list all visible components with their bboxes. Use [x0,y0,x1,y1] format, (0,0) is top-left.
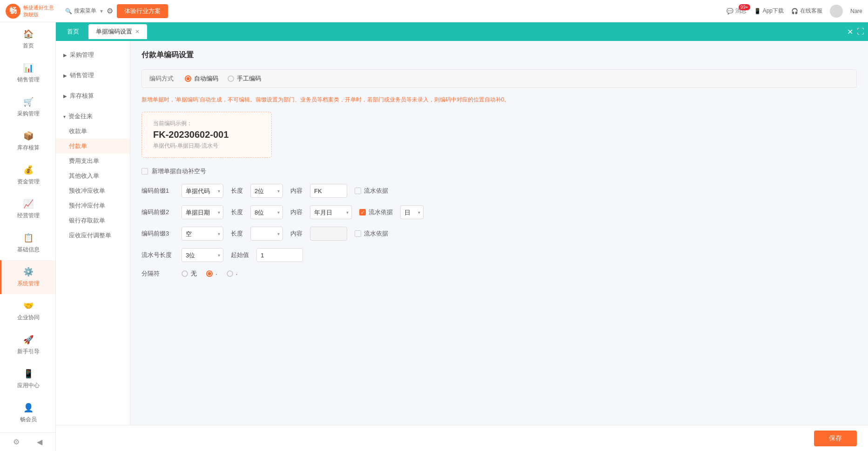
auto-code-radio[interactable]: 自动编码 [185,74,218,83]
sub-menu-item-adjust[interactable]: 应收应付调整单 [56,228,130,243]
chevron-right-icon: ▶ [63,53,67,58]
stream3-checkbox[interactable] [355,230,361,237]
sidebar-item-collab[interactable]: 🤝 企业协同 [0,294,55,328]
content3-input[interactable] [310,227,347,241]
sidebar-item-home[interactable]: 🏠 首页 [0,22,55,56]
collapse-icon[interactable]: ◀ [37,438,42,446]
logo-icon: 畅 [6,4,20,19]
length3-select-wrapper [250,227,283,241]
sub-menu-item-bank[interactable]: 银行存取款单 [56,213,130,228]
app-download-button[interactable]: 📱 App下载 [754,7,784,15]
sidebar-item-finance[interactable]: 💰 资金管理 [0,158,55,192]
tab-close-icon[interactable]: ✕ [135,28,140,35]
separator-dot2-radio[interactable]: · [227,270,238,277]
trial-button[interactable]: 体验行业方案 [117,4,168,18]
online-service-button[interactable]: 🎧 在线客服 [791,7,822,15]
sidebar-item-inventory[interactable]: 📦 库存核算 [0,124,55,158]
code-example-value: FK-20230602-001 [153,129,260,140]
sub-menu-header-inventory[interactable]: ▶ 库存核算 [56,88,130,103]
prefix1-select[interactable]: 单据代码 [182,184,223,198]
tab-fullscreen-button[interactable]: ⛶ [857,27,864,36]
config-row-3: 编码前缀3 空 长度 内容 [141,227,857,241]
auto-fill-checkbox[interactable] [141,168,148,175]
auto-code-radio-icon [185,75,191,82]
tab-settings[interactable]: 单据编码设置 ✕ [88,24,147,39]
logo-text: 畅捷通好生意 旗舰版 [23,4,54,18]
sub-menu-item-pre-receive[interactable]: 预收冲应收单 [56,183,130,198]
length3-select[interactable] [250,227,283,241]
content1-input[interactable] [310,184,347,198]
sidebar: 🏠 首页 📊 销售管理 🛒 采购管理 📦 库存核算 💰 资金管理 📈 经营管理 … [0,22,56,451]
main-panel: 付款单编码设置 编码方式 自动编码 手工编码 [130,41,868,425]
prefix2-select[interactable]: 单据日期 [182,205,223,219]
collab-icon: 🤝 [23,301,34,311]
sub-menu-item-expense[interactable]: 费用支出单 [56,154,130,168]
stream1-checkbox[interactable] [355,188,361,194]
settings-icon[interactable]: ⚙ [13,438,20,446]
gear-icon[interactable]: ⚙ [107,7,113,15]
content2-label: 内容 [290,208,303,216]
prefix2-select-wrapper: 单据日期 [182,205,223,219]
serial-length-select[interactable]: 3位 [182,248,223,262]
sub-menu-item-payment[interactable]: 付款单 [56,139,130,154]
sidebar-item-basic[interactable]: 📋 基础信息 [0,226,55,260]
stream2-period-select[interactable]: 日 [400,205,424,219]
page-title: 付款单编码设置 [141,50,857,60]
message-button[interactable]: 💬 消息 99+ [727,7,747,15]
code-example-label: 当前编码示例： [153,120,260,128]
sidebar-item-operation[interactable]: 📈 经营管理 [0,192,55,226]
tabbar: 首页 单据编码设置 ✕ ✕ ⛶ [56,22,868,41]
stream2-checkbox-row: 流水依据 [359,208,393,216]
length2-select[interactable]: 8位 [250,205,283,219]
search-menu-button[interactable]: 🔍 搜索菜单 [65,7,96,15]
sidebar-item-member[interactable]: 👤 畅会员 [0,396,55,430]
separator-none-radio[interactable]: 无 [182,269,197,278]
sub-menu-item-other-income[interactable]: 其他收入单 [56,168,130,183]
start-value-input[interactable] [256,248,303,262]
sub-menu-header-finance[interactable]: ▾ 资金往来 [56,109,130,124]
config-section: 编码前缀1 单据代码 长度 2位 内容 [141,184,857,241]
serial-row: 流水号长度 3位 起始值 [141,248,857,262]
tab-home[interactable]: 首页 [60,24,87,39]
stream2-checkbox[interactable] [359,209,366,215]
sub-menu-header-purchase[interactable]: ▶ 采购管理 [56,47,130,62]
sidebar-item-guide[interactable]: 🚀 新手引导 [0,328,55,362]
separator-row: 分隔符 无 · · [141,269,857,278]
sidebar-item-apps[interactable]: 📱 应用中心 [0,362,55,396]
sidebar-item-system[interactable]: ⚙️ 系统管理 [0,260,55,294]
length1-select[interactable]: 2位 [250,184,283,198]
basic-icon: 📋 [23,233,34,243]
separator-dot2-icon [227,270,233,277]
prefix2-label: 编码前缀2 [141,208,174,216]
guide-icon: 🚀 [23,335,34,345]
chevron-down-icon[interactable]: ▾ [100,8,103,14]
manual-code-radio[interactable]: 手工编码 [228,74,261,83]
separator-dot1-radio[interactable]: · [206,270,217,277]
prefix3-select[interactable]: 空 [182,227,223,241]
tab-minimize-button[interactable]: ✕ [847,27,853,36]
content2-select[interactable]: 年月日 [310,205,352,219]
logo: 畅 畅捷通好生意 旗舰版 [6,4,61,19]
bottom-bar: 保存 [56,425,868,451]
home-icon: 🏠 [23,29,34,39]
sidebar-item-purchase[interactable]: 🛒 采购管理 [0,90,55,124]
stream2-period-wrapper: 日 [400,205,424,219]
chevron-right-icon: ▶ [63,94,67,99]
member-icon: 👤 [23,403,34,413]
sub-menu-item-pre-pay[interactable]: 预付冲应付单 [56,198,130,213]
sidebar-item-sales[interactable]: 📊 销售管理 [0,56,55,90]
chevron-right-icon: ▶ [63,73,67,78]
sub-menu-purchase: ▶ 采购管理 [56,45,130,65]
sub-menu-header-sales[interactable]: ▶ 销售管理 [56,68,130,83]
sub-menu-item-receipt[interactable]: 收款单 [56,124,130,139]
search-icon: 🔍 [65,8,72,14]
purchase-icon: 🛒 [23,97,34,107]
save-button[interactable]: 保存 [814,431,857,446]
chevron-down-icon: ▾ [63,114,66,119]
message-icon: 💬 [727,8,733,14]
inventory-icon: 📦 [23,131,34,141]
page-content: ▶ 采购管理 ▶ 销售管理 ▶ 库存核算 [56,41,868,425]
avatar[interactable] [830,5,843,18]
config-row-2: 编码前缀2 单据日期 长度 8位 内容 [141,205,857,219]
sub-menu-finance: ▾ 资金往来 收款单 付款单 费用支出单 其他收入单 预收冲应收单 预付冲应付单… [56,106,130,246]
